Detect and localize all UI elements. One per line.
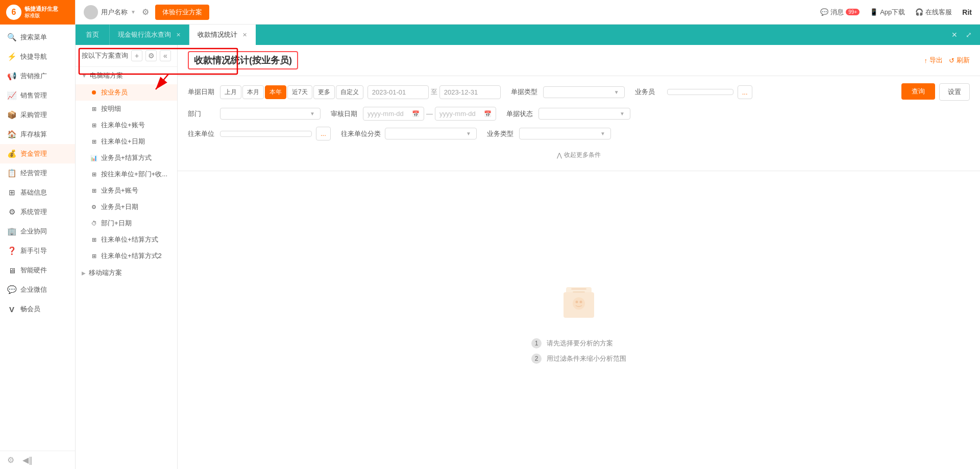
scheme-collapse-btn[interactable]: « <box>160 50 171 61</box>
scheme-item-0[interactable]: 按业务员 <box>76 84 177 101</box>
sidebar-settings-btn[interactable]: ⚙ <box>7 455 14 465</box>
topbar-settings-icon[interactable]: ⚙ <box>142 7 149 17</box>
sidebar-item-guide[interactable]: ❓ 新手引导 <box>0 241 75 261</box>
step-2-number: 2 <box>531 354 542 364</box>
notification-btn[interactable]: 💬 消息 99+ <box>820 8 860 17</box>
date-from-input[interactable]: 2023-01-01 <box>368 85 429 99</box>
scheme-item-5[interactable]: ⊞ 按往来单位+部门+收... <box>76 166 177 182</box>
doc-type-input[interactable]: ▼ <box>543 86 625 98</box>
tab-home[interactable]: 首页 <box>76 25 110 45</box>
date-btn-more[interactable]: 更多 <box>313 85 335 99</box>
date-btn-this-year[interactable]: 本年 <box>265 85 286 99</box>
dept-filter: 部门 ▼ <box>188 108 321 120</box>
review-calendar-to-icon[interactable]: 📅 <box>484 110 492 118</box>
trial-button[interactable]: 体验行业方案 <box>155 5 209 20</box>
tab-bank-flow-close[interactable]: ✕ <box>176 32 181 38</box>
biz-type-input[interactable]: ▼ <box>519 128 611 139</box>
scheme-item-7[interactable]: ⚙ 业务员+日期 <box>76 199 177 215</box>
inventory-icon: 🏠 <box>7 130 16 139</box>
page-title: 收款情况统计(按业务员) <box>188 51 298 69</box>
guide-icon: ❓ <box>7 246 16 255</box>
tab-bank-flow[interactable]: 现金银行流水查询 ✕ <box>110 25 189 45</box>
sidebar-item-system[interactable]: ⚙ 系统管理 <box>0 202 75 222</box>
filter-settings-button[interactable]: 设置 <box>939 83 970 101</box>
filter-row-2: 部门 ▼ 审核日期 yyyy-mm-dd 📅 <box>188 107 970 121</box>
date-btn-last-month[interactable]: 上月 <box>220 85 241 99</box>
scheme-item-9[interactable]: ⊞ 往来单位+结算方式 <box>76 231 177 248</box>
sidebar-item-member[interactable]: V 畅会员 <box>0 299 75 319</box>
mobile-scheme-group: ▶ 移动端方案 <box>76 264 177 282</box>
quicknav-icon: ⚡ <box>7 52 16 61</box>
sidebar-item-quicknav[interactable]: ⚡ 快捷导航 <box>0 47 75 66</box>
sidebar-item-marketing[interactable]: 📢 营销推广 <box>0 66 75 86</box>
sidebar-item-basics[interactable]: ⊞ 基础信息 <box>0 183 75 202</box>
pc-group-label: 电脑端方案 <box>90 71 123 80</box>
scheme-item-3[interactable]: ⊞ 往来单位+日期 <box>76 133 177 150</box>
scheme-add-btn[interactable]: + <box>131 50 142 61</box>
scheme-item-1[interactable]: ⊞ 按明细 <box>76 101 177 117</box>
scheme-panel-title: 按以下方案查询 <box>82 51 128 60</box>
counterparty-input[interactable] <box>220 131 312 137</box>
review-date-to-input[interactable]: yyyy-mm-dd 📅 <box>435 107 496 121</box>
counterparty-type-input[interactable]: ▼ <box>385 128 477 139</box>
collapse-bar[interactable]: ⋀ 收起更多条件 <box>188 147 970 163</box>
sidebar-item-label: 资金管理 <box>20 149 47 158</box>
sidebar-collapse-btn[interactable]: ◀‖ <box>22 455 33 465</box>
sidebar-item-collab[interactable]: 🏢 企业协同 <box>0 222 75 241</box>
online-service-btn[interactable]: 🎧 在线客服 <box>915 8 952 17</box>
tabbar: 首页 现金银行流水查询 ✕ 收款情况统计 ✕ ✕ ⤢ <box>76 25 980 45</box>
refresh-button[interactable]: ↺ 刷新 <box>949 56 970 65</box>
date-btn-custom[interactable]: 自定义 <box>336 85 363 99</box>
salesman-more-btn[interactable]: ... <box>738 85 752 99</box>
review-calendar-from-icon[interactable]: 📅 <box>412 110 420 118</box>
query-button[interactable]: 查询 <box>901 83 935 100</box>
export-button[interactable]: ↑ 导出 <box>924 56 943 65</box>
topbar-user[interactable]: 用户名称 ▼ <box>84 5 136 19</box>
window-maximize-btn[interactable]: ⤢ <box>964 30 974 40</box>
date-btn-this-month[interactable]: 本月 <box>242 85 264 99</box>
counterparty-more-btn[interactable]: ... <box>316 127 331 140</box>
review-date-to-placeholder: yyyy-mm-dd <box>439 110 476 118</box>
review-date-label: 审核日期 <box>331 109 359 119</box>
sidebar-item-sales[interactable]: 📈 销售管理 <box>0 86 75 105</box>
scheme-item-8[interactable]: ⏱ 部门+日期 <box>76 215 177 231</box>
scheme-settings-btn[interactable]: ⚙ <box>145 50 157 61</box>
sidebar-item-finance[interactable]: 💰 资金管理 <box>0 144 75 163</box>
scheme-icon-9: ⊞ <box>90 236 98 244</box>
filter-actions: 查询 设置 <box>901 83 970 101</box>
app-edition: 标准版 <box>24 13 58 19</box>
sidebar-item-inventory[interactable]: 🏠 库存核算 <box>0 125 75 144</box>
pc-scheme-group-title[interactable]: ▼ 电脑端方案 <box>76 67 177 84</box>
mobile-scheme-group-title[interactable]: ▶ 移动端方案 <box>76 264 177 282</box>
scheme-item-10[interactable]: ⊞ 往来单位+结算方式2 <box>76 248 177 264</box>
scheme-item-6[interactable]: ⊞ 业务员+账号 <box>76 182 177 199</box>
review-date-from-input[interactable]: yyyy-mm-dd 📅 <box>363 107 424 121</box>
sidebar-item-wechat[interactable]: 💬 企业微信 <box>0 280 75 299</box>
sidebar-item-search[interactable]: 🔍 搜索菜单 <box>0 28 75 47</box>
app-download-btn[interactable]: 📱 App下载 <box>870 8 905 17</box>
tab-collection-stats[interactable]: 收款情况统计 ✕ <box>189 25 256 45</box>
sidebar-item-label: 智能硬件 <box>20 266 47 275</box>
sidebar-item-label: 库存核算 <box>20 130 47 139</box>
sidebar-item-hardware[interactable]: 🖥 智能硬件 <box>0 261 75 280</box>
window-close-btn[interactable]: ✕ <box>949 30 960 40</box>
scheme-item-4[interactable]: 📊 业务员+结算方式 <box>76 150 177 166</box>
scheme-item-label: 业务员+账号 <box>101 186 138 195</box>
date-range: 2023-01-01 至 2023-12-31 <box>368 85 501 99</box>
date-btn-7days[interactable]: 近7天 <box>287 85 312 99</box>
tab-collection-stats-close[interactable]: ✕ <box>242 32 247 38</box>
topbar-dropdown-arrow: ▼ <box>131 9 136 15</box>
wechat-icon: 💬 <box>7 285 16 294</box>
service-icon: 🎧 <box>915 8 923 16</box>
message-icon: 💬 <box>820 8 828 16</box>
sidebar-item-operations[interactable]: 📋 经营管理 <box>0 163 75 183</box>
salesman-input[interactable] <box>667 89 733 95</box>
doc-status-input[interactable]: ▼ <box>538 108 630 120</box>
dept-input[interactable]: ▼ <box>220 108 321 120</box>
date-to-input[interactable]: 2023-12-31 <box>439 85 501 99</box>
svg-point-4 <box>580 300 582 303</box>
sidebar-item-purchase[interactable]: 📦 采购管理 <box>0 105 75 125</box>
topbar: 用户名称 ▼ ⚙ 体验行业方案 💬 消息 99+ 📱 App下载 🎧 在线客服 … <box>76 0 980 25</box>
scheme-item-2[interactable]: ⊞ 往来单位+账号 <box>76 117 177 133</box>
date-shortcuts: 上月 本月 本年 近7天 更多 自定义 <box>220 85 363 99</box>
